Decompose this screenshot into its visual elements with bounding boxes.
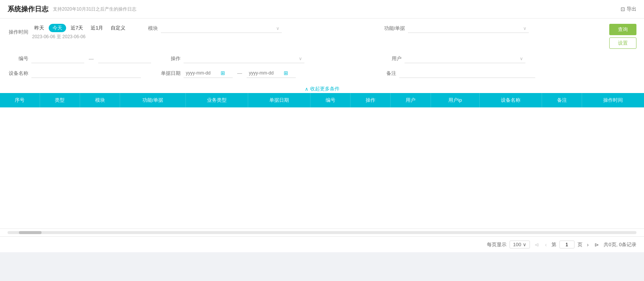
time-btn-7days[interactable]: 近7天 bbox=[68, 24, 86, 32]
col-user: 用户 bbox=[391, 93, 431, 107]
collapse-up-icon: ∧ bbox=[305, 86, 309, 92]
col-biz-type: 业务类型 bbox=[185, 93, 248, 107]
page-subtitle: 支持2020年10月31日之后产生的操作日志 bbox=[53, 6, 136, 12]
date-dash: — bbox=[236, 70, 244, 76]
date-from-box[interactable]: ⊞ bbox=[184, 68, 233, 78]
per-page-label: 每页显示 bbox=[487, 241, 507, 248]
scrollbar-thumb[interactable] bbox=[19, 231, 42, 234]
next-page-button[interactable]: › bbox=[585, 241, 590, 248]
col-op-time: 操作时间 bbox=[582, 93, 644, 107]
scrollbar-area[interactable] bbox=[0, 228, 644, 236]
export-button[interactable]: ⊡ 导出 bbox=[621, 6, 636, 12]
page-title: 系统操作日志 bbox=[8, 5, 48, 14]
date-from-input[interactable] bbox=[186, 70, 220, 76]
calendar-from-icon[interactable]: ⊞ bbox=[221, 70, 225, 76]
operation-chevron-icon: ∨ bbox=[299, 56, 302, 61]
device-input[interactable] bbox=[31, 69, 141, 78]
module-input[interactable] bbox=[163, 25, 275, 31]
time-btn-custom[interactable]: 自定义 bbox=[108, 24, 128, 32]
last-page-button[interactable]: ⊳ bbox=[593, 241, 601, 248]
calendar-to-icon[interactable]: ⊞ bbox=[284, 70, 288, 76]
function-input[interactable] bbox=[410, 25, 522, 31]
data-table: 序号 类型 模块 功能/单据 业务类型 单据日期 编号 操作 用户 用户ip 设… bbox=[0, 93, 644, 107]
user-chevron-icon: ∨ bbox=[520, 56, 523, 61]
collapse-row: ∧ 收起更多条件 bbox=[8, 83, 636, 93]
module-chevron-icon: ∨ bbox=[276, 26, 280, 31]
device-label: 设备名称 bbox=[8, 70, 28, 77]
note-label: 备注 bbox=[386, 70, 396, 77]
operation-input[interactable] bbox=[186, 56, 297, 61]
total-text: 共0页, 0条记录 bbox=[604, 241, 636, 248]
page-unit: 页 bbox=[578, 241, 582, 248]
time-btn-yesterday[interactable]: 昨天 bbox=[31, 24, 47, 32]
time-label: 操作时间 bbox=[8, 29, 28, 36]
scrollbar-track[interactable] bbox=[8, 231, 636, 234]
table-container: 序号 类型 模块 功能/单据 业务类型 单据日期 编号 操作 用户 用户ip 设… bbox=[0, 93, 644, 228]
user-input[interactable] bbox=[407, 56, 518, 61]
col-module: 模块 bbox=[80, 93, 120, 107]
date-label: 单据日期 bbox=[160, 70, 181, 77]
col-user-ip: 用户ip bbox=[431, 93, 479, 107]
operation-label: 操作 bbox=[170, 55, 181, 62]
export-label: 导出 bbox=[627, 6, 636, 12]
col-number: 编号 bbox=[310, 93, 350, 107]
number-label: 编号 bbox=[8, 55, 28, 62]
date-to-box[interactable]: ⊞ bbox=[247, 68, 296, 78]
number-to-input[interactable] bbox=[98, 54, 151, 63]
col-note: 备注 bbox=[542, 93, 582, 107]
page-label: 第 bbox=[551, 241, 556, 248]
export-icon: ⊡ bbox=[621, 6, 625, 12]
page-size-chevron-icon: ∨ bbox=[523, 242, 527, 247]
time-btn-today[interactable]: 今天 bbox=[49, 24, 66, 32]
function-select[interactable]: ∨ bbox=[408, 24, 529, 33]
col-index: 序号 bbox=[0, 93, 40, 107]
prev-page-button[interactable]: ‹ bbox=[544, 241, 548, 248]
col-type: 类型 bbox=[40, 93, 80, 107]
col-device: 设备名称 bbox=[480, 93, 542, 107]
action-buttons: 查询 设置 bbox=[609, 24, 636, 49]
user-label: 用户 bbox=[391, 55, 402, 62]
user-select[interactable]: ∨ bbox=[405, 54, 525, 63]
collapse-label: 收起更多条件 bbox=[310, 85, 340, 92]
time-range-display: 2023-06-06 至 2023-06-06 bbox=[31, 34, 128, 40]
first-page-button[interactable]: ⊲ bbox=[533, 241, 541, 248]
function-label: 功能/单据 bbox=[384, 25, 405, 32]
table-header-row: 序号 类型 模块 功能/单据 业务类型 单据日期 编号 操作 用户 用户ip 设… bbox=[0, 93, 644, 107]
page-size-select[interactable]: 100 ∨ bbox=[510, 241, 530, 248]
date-to-input[interactable] bbox=[249, 70, 283, 76]
col-function: 功能/单据 bbox=[120, 93, 185, 107]
query-button[interactable]: 查询 bbox=[609, 24, 636, 35]
page-header: 系统操作日志 支持2020年10月31日之后产生的操作日志 ⊡ 导出 bbox=[0, 0, 644, 19]
number-from-input[interactable] bbox=[31, 54, 84, 63]
empty-area bbox=[0, 107, 644, 228]
time-filter-group: 昨天 今天 近7天 近1月 自定义 2023-06-06 至 2023-06-0… bbox=[31, 24, 128, 40]
col-operation: 操作 bbox=[351, 93, 391, 107]
filter-panel: 操作时间 昨天 今天 近7天 近1月 自定义 2023-06-06 至 2023… bbox=[0, 19, 644, 93]
page-number-input[interactable] bbox=[559, 241, 575, 248]
settings-button[interactable]: 设置 bbox=[609, 37, 636, 49]
page-size-value: 100 bbox=[513, 242, 521, 247]
number-dash: — bbox=[87, 56, 95, 62]
module-label: 模块 bbox=[147, 25, 158, 32]
note-input[interactable] bbox=[399, 69, 535, 78]
time-btn-1month[interactable]: 近1月 bbox=[88, 24, 106, 32]
col-date: 单据日期 bbox=[248, 93, 310, 107]
operation-select[interactable]: ∨ bbox=[184, 54, 304, 63]
pagination-bar: 每页显示 100 ∨ ⊲ ‹ 第 页 › ⊳ 共0页, 0条记录 bbox=[0, 236, 644, 252]
module-select[interactable]: ∨ bbox=[161, 24, 282, 33]
collapse-button[interactable]: ∧ 收起更多条件 bbox=[305, 85, 340, 92]
function-chevron-icon: ∨ bbox=[523, 26, 527, 31]
